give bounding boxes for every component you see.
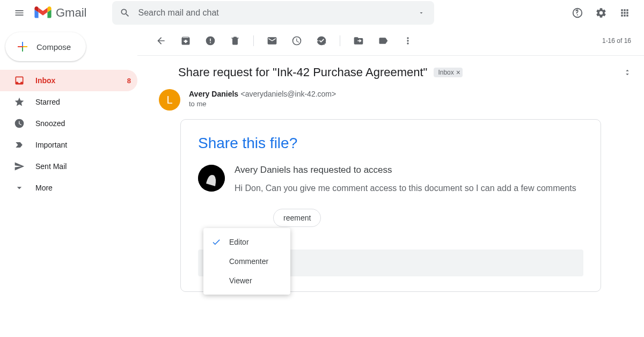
document-chip[interactable]: reement xyxy=(273,209,321,227)
sidebar-item-label: Snoozed xyxy=(35,119,65,128)
sidebar-item-inbox[interactable]: Inbox 8 xyxy=(0,70,137,91)
sidebar-item-label: Inbox xyxy=(35,76,55,85)
gmail-m-icon xyxy=(34,6,52,19)
mark-unread-button[interactable] xyxy=(261,30,283,52)
archive-button[interactable] xyxy=(175,30,196,52)
chevron-down-icon xyxy=(14,182,25,193)
sender-avatar[interactable]: L xyxy=(159,89,180,111)
sidebar-item-label: Starred xyxy=(35,98,60,106)
clock-icon xyxy=(14,118,25,129)
inbox-badge: 8 xyxy=(127,77,131,85)
sidebar-item-more[interactable]: More xyxy=(0,177,137,199)
search-icon[interactable] xyxy=(116,4,134,21)
search-bar[interactable] xyxy=(112,1,434,25)
recipient-line: to me xyxy=(189,100,336,108)
separator xyxy=(253,35,254,46)
sidebar: Compose Inbox 8 Starred Snoozed Importan… xyxy=(0,26,137,337)
snooze-button[interactable] xyxy=(286,30,308,52)
important-icon xyxy=(14,140,25,150)
app-title: Gmail xyxy=(56,6,86,20)
compose-label: Compose xyxy=(36,42,71,52)
inbox-icon xyxy=(14,75,25,86)
more-button[interactable] xyxy=(397,30,419,52)
search-input[interactable] xyxy=(138,8,408,18)
move-button[interactable] xyxy=(348,30,369,52)
add-task-button[interactable] xyxy=(311,30,332,52)
sidebar-item-label: Important xyxy=(35,141,67,149)
plus-icon xyxy=(16,40,29,53)
label-chip[interactable]: Inbox × xyxy=(434,68,463,77)
role-dropdown: Editor Commenter Viewer xyxy=(203,228,290,295)
search-options-icon[interactable] xyxy=(413,4,430,21)
star-icon xyxy=(14,97,25,107)
sidebar-item-snoozed[interactable]: Snoozed xyxy=(0,113,137,134)
sidebar-item-important[interactable]: Important xyxy=(0,134,137,156)
request-line: Avery Daniels has requested to access xyxy=(235,165,583,175)
check-icon xyxy=(211,237,222,247)
email-subject: Share request for "Ink-42 Purchase Agree… xyxy=(178,65,427,79)
share-card: Share this file? Avery Daniels has reque… xyxy=(180,119,601,292)
sidebar-item-label: Sent Mail xyxy=(35,162,67,171)
apps-icon[interactable] xyxy=(614,2,635,24)
delete-button[interactable] xyxy=(224,30,246,52)
settings-icon[interactable] xyxy=(590,2,612,24)
send-icon xyxy=(14,161,25,172)
expand-collapse-button[interactable] xyxy=(624,67,631,78)
pagination: 1-16 of 16 xyxy=(602,37,631,45)
dropdown-option-commenter[interactable]: Commenter xyxy=(203,252,290,271)
dropdown-option-editor[interactable]: Editor xyxy=(203,232,290,252)
compose-button[interactable]: Compose xyxy=(5,32,86,61)
sidebar-item-sent[interactable]: Sent Mail xyxy=(0,156,137,177)
dropdown-option-viewer[interactable]: Viewer xyxy=(203,271,290,290)
request-message: Hi Don, Can you give me comment access t… xyxy=(235,182,583,195)
help-icon[interactable] xyxy=(567,2,588,24)
sender-email: <averydaniels@ink-42.com> xyxy=(241,90,336,98)
sidebar-item-starred[interactable]: Starred xyxy=(0,91,137,113)
requester-avatar xyxy=(198,165,225,192)
gmail-logo[interactable]: Gmail xyxy=(34,6,86,20)
sidebar-item-label: More xyxy=(35,184,53,192)
spam-button[interactable] xyxy=(200,30,221,52)
content-area: 1-16 of 16 Share request for "Ink-42 Pur… xyxy=(137,26,644,337)
separator xyxy=(340,35,340,46)
labels-button[interactable] xyxy=(372,30,394,52)
email-toolbar: 1-16 of 16 xyxy=(137,26,644,56)
sender-name: Avery Daniels xyxy=(189,90,238,98)
back-button[interactable] xyxy=(150,30,172,52)
chip-remove-icon[interactable]: × xyxy=(456,69,460,76)
card-title: Share this file? xyxy=(198,135,583,152)
menu-icon[interactable] xyxy=(9,2,30,24)
